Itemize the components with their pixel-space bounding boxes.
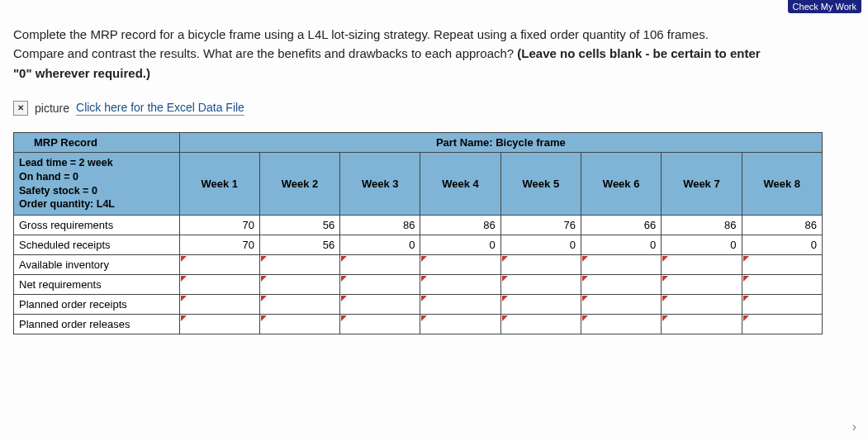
porcpt-w2[interactable] xyxy=(259,295,339,315)
table-row-scheduled: Scheduled receipts 70 56 0 0 0 0 0 0 xyxy=(14,235,823,255)
porcpt-w5[interactable] xyxy=(500,295,581,315)
col-week-7: Week 7 xyxy=(662,152,742,216)
param-on-hand: On hand = 0 xyxy=(19,170,174,184)
table-row-available: Available inventory xyxy=(14,255,823,275)
row-label-sched: Scheduled receipts xyxy=(14,235,180,255)
gross-w3: 86 xyxy=(340,216,420,235)
question-prompt: Complete the MRP record for a bicycle fr… xyxy=(13,25,855,83)
porcpt-w7[interactable] xyxy=(662,295,742,315)
porcpt-w8[interactable] xyxy=(742,295,822,315)
row-label-porcpt: Planned order receipts xyxy=(14,295,180,315)
porel-w1[interactable] xyxy=(179,315,259,334)
avail-w1[interactable] xyxy=(179,255,259,275)
col-week-4: Week 4 xyxy=(420,152,500,216)
parameters-cell: Lead time = 2 week On hand = 0 Safety st… xyxy=(14,152,180,216)
sched-w5: 0 xyxy=(500,235,581,255)
avail-w7[interactable] xyxy=(662,255,742,275)
data-file-row: ✕ picture Click here for the Excel Data … xyxy=(13,101,855,116)
porel-w3[interactable] xyxy=(340,315,420,334)
param-lead-time: Lead time = 2 week xyxy=(19,156,174,170)
avail-w2[interactable] xyxy=(259,255,339,275)
gross-w7: 86 xyxy=(662,216,742,235)
porel-w5[interactable] xyxy=(500,315,581,334)
porel-w4[interactable] xyxy=(420,315,500,334)
gross-w8: 86 xyxy=(742,216,822,235)
table-row-title: MRP Record Part Name: Bicycle frame xyxy=(14,132,823,152)
param-order-qty: Order quantity: L4L xyxy=(19,197,174,211)
gross-w1: 70 xyxy=(179,216,259,235)
row-label-porel: Planned order releases xyxy=(14,315,180,334)
table-row-gross: Gross requirements 70 56 86 86 76 66 86 … xyxy=(14,216,823,235)
row-label-netreq: Net requirements xyxy=(14,275,180,295)
gross-w2: 56 xyxy=(259,216,339,235)
gross-w6: 66 xyxy=(581,216,662,235)
sched-w3: 0 xyxy=(340,235,420,255)
col-week-6: Week 6 xyxy=(581,152,662,216)
netreq-w5[interactable] xyxy=(500,275,581,295)
sched-w2: 56 xyxy=(259,235,339,255)
param-safety: Safety stock = 0 xyxy=(19,184,174,198)
netreq-w3[interactable] xyxy=(340,275,420,295)
prompt-text-2: Compare and contrast the results. What a… xyxy=(13,46,517,60)
prompt-bold-1: (Leave no cells blank - be certain to en… xyxy=(517,46,760,60)
col-week-2: Week 2 xyxy=(259,152,339,216)
gross-w5: 76 xyxy=(500,216,581,235)
sched-w4: 0 xyxy=(420,235,500,255)
porcpt-w3[interactable] xyxy=(340,295,420,315)
sched-w1: 70 xyxy=(179,235,259,255)
avail-w8[interactable] xyxy=(742,255,822,275)
avail-w3[interactable] xyxy=(340,255,420,275)
sched-w6: 0 xyxy=(581,235,662,255)
netreq-w4[interactable] xyxy=(420,275,500,295)
netreq-w6[interactable] xyxy=(581,275,662,295)
picture-icon: ✕ xyxy=(13,101,28,116)
table-row-porcpt: Planned order receipts xyxy=(14,295,823,315)
porel-w2[interactable] xyxy=(259,315,339,334)
col-week-8: Week 8 xyxy=(742,152,822,216)
avail-w6[interactable] xyxy=(581,255,662,275)
excel-data-file-link[interactable]: Click here for the Excel Data File xyxy=(76,101,244,116)
row-label-gross: Gross requirements xyxy=(14,216,180,235)
avail-w4[interactable] xyxy=(420,255,500,275)
netreq-w1[interactable] xyxy=(179,275,259,295)
part-name-header: Part Name: Bicycle frame xyxy=(179,132,822,152)
picture-label: picture xyxy=(35,102,69,115)
check-my-work-button[interactable]: Check My Work xyxy=(788,0,861,13)
porcpt-w4[interactable] xyxy=(420,295,500,315)
porel-w7[interactable] xyxy=(662,315,742,334)
table-row-netreq: Net requirements xyxy=(14,275,823,295)
avail-w5[interactable] xyxy=(500,255,581,275)
page-content: Complete the MRP record for a bicycle fr… xyxy=(0,0,868,348)
porel-w8[interactable] xyxy=(742,315,822,334)
prompt-bold-2: "0" wherever required.) xyxy=(13,66,150,80)
porcpt-w1[interactable] xyxy=(179,295,259,315)
scroll-right-icon: › xyxy=(852,420,856,434)
netreq-w7[interactable] xyxy=(662,275,742,295)
sched-w8: 0 xyxy=(742,235,822,255)
gross-w4: 86 xyxy=(420,216,500,235)
row-label-avail: Available inventory xyxy=(14,255,180,275)
mrp-record-title: MRP Record xyxy=(14,132,180,152)
netreq-w8[interactable] xyxy=(742,275,822,295)
col-week-3: Week 3 xyxy=(340,152,420,216)
table-row-porel: Planned order releases xyxy=(14,315,823,334)
table-row-params: Lead time = 2 week On hand = 0 Safety st… xyxy=(14,152,823,216)
prompt-text-1: Complete the MRP record for a bicycle fr… xyxy=(13,27,709,41)
netreq-w2[interactable] xyxy=(259,275,339,295)
sched-w7: 0 xyxy=(662,235,742,255)
porel-w6[interactable] xyxy=(581,315,662,334)
col-week-1: Week 1 xyxy=(179,152,259,216)
col-week-5: Week 5 xyxy=(500,152,581,216)
porcpt-w6[interactable] xyxy=(581,295,662,315)
mrp-table: MRP Record Part Name: Bicycle frame Lead… xyxy=(13,132,823,335)
